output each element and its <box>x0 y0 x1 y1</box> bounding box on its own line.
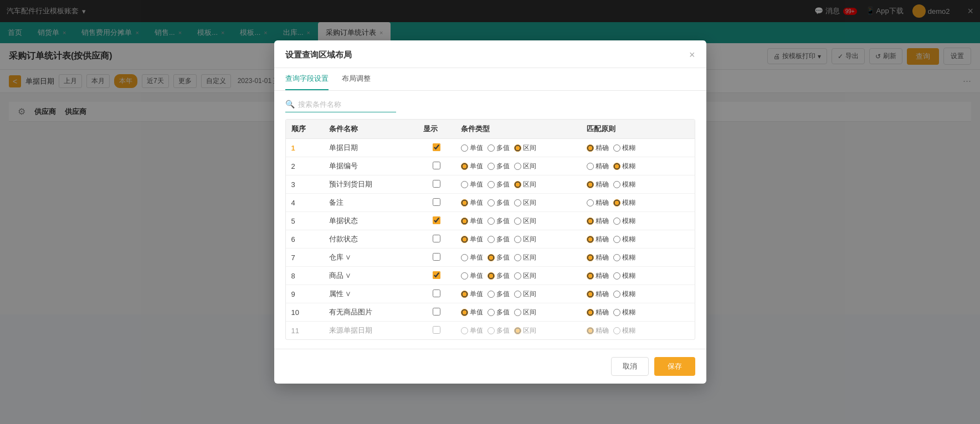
rule-option-精确-row-3[interactable]: 精确 <box>587 180 609 189</box>
row-display-5[interactable] <box>418 212 455 230</box>
rule-option-模糊-row-6[interactable]: 模糊 <box>613 235 635 244</box>
type-option-单值-row-4[interactable]: 单值 <box>461 198 483 208</box>
type-option-区间-row-9[interactable]: 区间 <box>514 289 536 299</box>
type-option-多值-row-1[interactable]: 多值 <box>488 143 510 153</box>
row-display-2[interactable] <box>418 157 455 175</box>
display-checkbox-6[interactable] <box>433 235 440 242</box>
display-checkbox-9[interactable] <box>433 289 440 297</box>
row-name-3: 预计到货日期 <box>324 175 418 194</box>
tab-query-fields[interactable]: 查询字段设置 <box>285 68 329 90</box>
display-checkbox-7[interactable] <box>433 253 440 261</box>
row-type-5: 单值多值区间 <box>455 212 581 230</box>
rule-option-精确-row-8[interactable]: 精确 <box>587 271 609 281</box>
type-option-区间-row-8[interactable]: 区间 <box>514 271 536 281</box>
type-option-区间-row-6[interactable]: 区间 <box>514 235 536 244</box>
table-row: 8商品 ∨单值多值区间精确模糊 <box>286 267 695 285</box>
row-rule-10: 精确模糊 <box>581 303 694 315</box>
rule-option-精确-row-10[interactable]: 精确 <box>587 308 609 315</box>
row-display-8[interactable] <box>418 267 455 285</box>
modal-close-button[interactable]: × <box>689 49 695 61</box>
type-option-单值-row-10[interactable]: 单值 <box>461 308 483 315</box>
row-display-1[interactable] <box>418 139 455 157</box>
row-name-10: 有无商品图片 <box>324 303 418 315</box>
row-display-4[interactable] <box>418 194 455 212</box>
row-name-9: 属性 ∨ <box>324 285 418 303</box>
row-display-9[interactable] <box>418 285 455 303</box>
type-option-单值-row-2[interactable]: 单值 <box>461 162 483 171</box>
rule-option-模糊-row-3[interactable]: 模糊 <box>613 180 635 189</box>
type-option-区间-row-4[interactable]: 区间 <box>514 198 536 208</box>
type-option-多值-row-5[interactable]: 多值 <box>488 216 510 226</box>
rule-option-模糊-row-9[interactable]: 模糊 <box>613 289 635 299</box>
row-display-10[interactable] <box>418 303 455 315</box>
type-option-单值-row-9[interactable]: 单值 <box>461 289 483 299</box>
type-option-单值-row-6[interactable]: 单值 <box>461 235 483 244</box>
modal-search-bar: 🔍 <box>285 100 396 112</box>
rule-option-精确-row-4[interactable]: 精确 <box>587 198 609 208</box>
rule-option-模糊-row-1[interactable]: 模糊 <box>613 143 635 153</box>
row-type-7: 单值多值区间 <box>455 249 581 267</box>
type-option-区间-row-7[interactable]: 区间 <box>514 253 536 262</box>
rule-option-模糊-row-8[interactable]: 模糊 <box>613 271 635 281</box>
modal-body: 🔍 顺序 条件名称 显示 条件类型 匹配原则 <box>274 91 706 314</box>
row-name-6: 付款状态 <box>324 230 418 249</box>
table-row: 9属性 ∨单值多值区间精确模糊 <box>286 285 695 303</box>
rule-option-模糊-row-5[interactable]: 模糊 <box>613 216 635 226</box>
row-name-4: 备注 <box>324 194 418 212</box>
display-checkbox-5[interactable] <box>433 216 440 224</box>
row-type-3: 单值多值区间 <box>455 175 581 194</box>
modal-search-input[interactable] <box>298 100 396 108</box>
type-option-单值-row-5[interactable]: 单值 <box>461 216 483 226</box>
row-display-3[interactable] <box>418 175 455 194</box>
rule-option-精确-row-6[interactable]: 精确 <box>587 235 609 244</box>
row-rule-9: 精确模糊 <box>581 285 694 303</box>
type-option-多值-row-4[interactable]: 多值 <box>488 198 510 208</box>
tab-layout-adjust[interactable]: 布局调整 <box>342 68 371 90</box>
row-type-8: 单值多值区间 <box>455 267 581 285</box>
modal-title: 设置查询区域布局 <box>285 50 352 60</box>
row-rule-3: 精确模糊 <box>581 175 694 194</box>
display-checkbox-10[interactable] <box>433 308 440 315</box>
row-order-4: 4 <box>286 194 324 212</box>
col-header-name: 条件名称 <box>324 120 418 139</box>
type-option-单值-row-1[interactable]: 单值 <box>461 143 483 153</box>
type-option-区间-row-3[interactable]: 区间 <box>514 180 536 189</box>
row-type-9: 单值多值区间 <box>455 285 581 303</box>
type-option-单值-row-3[interactable]: 单值 <box>461 180 483 189</box>
rule-option-精确-row-7[interactable]: 精确 <box>587 253 609 262</box>
row-type-1: 单值多值区间 <box>455 139 581 157</box>
display-checkbox-3[interactable] <box>433 180 440 188</box>
type-option-单值-row-7[interactable]: 单值 <box>461 253 483 262</box>
type-option-区间-row-5[interactable]: 区间 <box>514 216 536 226</box>
type-option-多值-row-10[interactable]: 多值 <box>488 308 510 315</box>
type-option-多值-row-3[interactable]: 多值 <box>488 180 510 189</box>
row-type-4: 单值多值区间 <box>455 194 581 212</box>
type-option-多值-row-9[interactable]: 多值 <box>488 289 510 299</box>
type-option-区间-row-10[interactable]: 区间 <box>514 308 536 315</box>
rule-option-精确-row-1[interactable]: 精确 <box>587 143 609 153</box>
type-option-多值-row-6[interactable]: 多值 <box>488 235 510 244</box>
row-name-8: 商品 ∨ <box>324 267 418 285</box>
row-display-6[interactable] <box>418 230 455 249</box>
table-row: 3预计到货日期单值多值区间精确模糊 <box>286 175 695 194</box>
display-checkbox-1[interactable] <box>433 143 440 151</box>
type-option-多值-row-7[interactable]: 多值 <box>488 253 510 262</box>
rule-option-模糊-row-4[interactable]: 模糊 <box>613 198 635 208</box>
row-type-2: 单值多值区间 <box>455 157 581 175</box>
type-option-多值-row-2[interactable]: 多值 <box>488 162 510 171</box>
rule-option-模糊-row-7[interactable]: 模糊 <box>613 253 635 262</box>
rule-option-精确-row-2[interactable]: 精确 <box>587 162 609 171</box>
type-option-单值-row-8[interactable]: 单值 <box>461 271 483 281</box>
row-type-6: 单值多值区间 <box>455 230 581 249</box>
display-checkbox-8[interactable] <box>433 271 440 279</box>
display-checkbox-4[interactable] <box>433 198 440 206</box>
type-option-区间-row-2[interactable]: 区间 <box>514 162 536 171</box>
rule-option-精确-row-9[interactable]: 精确 <box>587 289 609 299</box>
rule-option-精确-row-5[interactable]: 精确 <box>587 216 609 226</box>
type-option-多值-row-8[interactable]: 多值 <box>488 271 510 281</box>
row-display-7[interactable] <box>418 249 455 267</box>
display-checkbox-2[interactable] <box>433 162 440 169</box>
type-option-区间-row-1[interactable]: 区间 <box>514 143 536 153</box>
rule-option-模糊-row-2[interactable]: 模糊 <box>613 162 635 171</box>
rule-option-模糊-row-10[interactable]: 模糊 <box>613 308 635 315</box>
